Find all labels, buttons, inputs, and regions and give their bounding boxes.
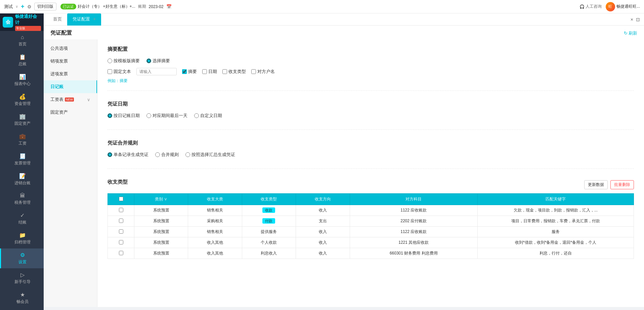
radio-aggregate[interactable]: 按照选择汇总生成凭证 <box>185 152 235 158</box>
row-checkbox-cell <box>108 216 134 227</box>
checkbox-summary[interactable]: 摘要 <box>182 69 197 75</box>
row-checkbox-0[interactable] <box>119 208 123 212</box>
table-row: 系统预置 收入其他 个人收款 收入 1221 其他应收款 收到*借款，收到*备用… <box>108 237 634 248</box>
sidebar-item-tax[interactable]: 🏛 税务管理 <box>0 189 44 209</box>
custom-date-radio[interactable] <box>194 113 199 118</box>
row-type: 付款 <box>242 216 296 227</box>
headset-icon: 🎧 <box>579 4 585 9</box>
checkbox-income-type[interactable]: 收支类型 <box>222 69 246 75</box>
summary-radio-group: 按模板版摘要 选择摘要 <box>108 58 634 64</box>
row-direction: 收入 <box>296 227 350 237</box>
sidebar-item-label: 发票管理 <box>14 160 31 166</box>
sidebar-item-member[interactable]: ★ 畅会员 <box>0 288 44 308</box>
checkbox-date[interactable]: 日期 <box>202 69 217 75</box>
refresh-button[interactable]: ↻ 刷新 <box>624 30 637 36</box>
batch-delete-button[interactable]: 批量删除 <box>610 180 634 189</box>
switch-version-button[interactable]: 切到旧版 <box>34 3 56 10</box>
update-data-button[interactable]: 更新数据 <box>584 180 608 189</box>
col-major: 收支大类 <box>188 194 242 205</box>
row-direction: 收入 <box>296 237 350 248</box>
gear-icon[interactable]: ⚙ <box>27 4 32 9</box>
config-menu-public[interactable]: 公共选项 <box>44 42 97 55</box>
merge-rule-radio[interactable] <box>155 152 160 157</box>
col-category[interactable]: 类别 ∨ <box>134 194 188 205</box>
reset-badge[interactable]: 付款 <box>262 218 275 224</box>
row-major: 销售相关 <box>188 205 242 216</box>
page-title: 凭证配置 <box>50 30 72 37</box>
date-checkbox[interactable] <box>202 69 207 74</box>
sidebar-item-settings[interactable]: ⚙ 设置 <box>0 248 44 268</box>
config-menu-sales-invoice[interactable]: 销项发票 <box>44 55 97 68</box>
config-menu-fixed-assets[interactable]: 固定资产 <box>44 106 97 119</box>
summary-checkbox[interactable] <box>182 69 187 74</box>
row-checkbox-cell <box>108 248 134 259</box>
dropdown-arrow[interactable]: ∨ <box>15 4 18 9</box>
counterparty-checkbox[interactable] <box>251 69 256 74</box>
radio-template-summary[interactable]: 按模板版摘要 <box>108 58 140 64</box>
fixed-text-input[interactable] <box>136 68 177 75</box>
add-icon[interactable]: + <box>21 3 25 10</box>
checkbox-fixed-text[interactable]: 固定文本 <box>108 69 131 75</box>
row-checkbox-2[interactable] <box>119 229 123 234</box>
expand-arrow-icon[interactable]: ∨ <box>87 97 90 102</box>
income-type-checkbox[interactable] <box>222 69 227 74</box>
table-row: 系统预置 销售相关 提供服务 收入 1122 应收账款 服务 <box>108 227 634 237</box>
row-account: 1221 其他应收款 <box>350 237 478 248</box>
sidebar-item-reports[interactable]: 📊 报表中心 <box>0 70 44 90</box>
merge-rules-section: 凭证合并规则 单条记录生成凭证 合并规则 <box>108 140 634 169</box>
row-checkbox-4[interactable] <box>119 251 123 255</box>
radio-template-input[interactable] <box>108 59 112 63</box>
sidebar-item-home[interactable]: ⌂ 首页 <box>0 31 44 50</box>
row-keywords: 收到*借款，收到*备用金，退回*备用金，个人 <box>478 237 634 248</box>
reports-icon: 📊 <box>19 74 26 80</box>
single-record-radio[interactable] <box>108 152 112 157</box>
sidebar-item-ledger[interactable]: 📋 总账 <box>0 50 44 70</box>
radio-select-input[interactable] <box>146 59 151 63</box>
summary-section-title: 摘要配置 <box>108 46 634 52</box>
radio-select-summary[interactable]: 选择摘要 <box>146 58 170 64</box>
maximize-tab-button[interactable]: ⊡ <box>636 17 640 22</box>
select-all-checkbox[interactable] <box>119 197 123 201</box>
row-direction: 支出 <box>296 216 350 227</box>
tab-home[interactable]: 首页 <box>48 13 67 26</box>
table-header-row: 收支类型 更新数据 批量删除 <box>108 179 634 191</box>
app-logo: 会 畅捷通好会计 专业版 <box>0 13 44 31</box>
config-menu-journal[interactable]: 日记账 <box>44 80 97 93</box>
row-account: 1122 应收账款 <box>350 205 478 216</box>
sidebar-item-closing[interactable]: ✓ 结账 <box>0 209 44 229</box>
sidebar-item-assets[interactable]: 🏢 固定资产 <box>0 110 44 130</box>
table-header: 类别 ∨ 收支大类 收支类型 收支方向 对方科目 匹配关键字 <box>108 194 634 205</box>
service-button[interactable]: 🎧 人工咨询 <box>579 4 602 9</box>
radio-journal-date[interactable]: 按日记账日期 <box>108 113 140 119</box>
journal-date-radio[interactable] <box>108 113 112 118</box>
badges: 已认证 好会计（专） +好生意（标）+... <box>60 4 135 9</box>
row-keywords: 利息，行付，还自 <box>478 248 634 259</box>
tab-voucher-config[interactable]: 凭证配置 × <box>67 13 101 26</box>
sidebar-item-funds[interactable]: 💰 资金管理 <box>0 90 44 110</box>
row-checkbox-3[interactable] <box>119 240 123 244</box>
close-tab-button[interactable]: × <box>631 17 633 22</box>
aggregate-radio[interactable] <box>185 152 190 157</box>
radio-custom-date[interactable]: 自定义日期 <box>194 113 222 119</box>
fixed-text-checkbox[interactable] <box>108 69 112 74</box>
sidebar-item-purchase-sales[interactable]: 📝 进销台账 <box>0 169 44 189</box>
sidebar-item-archive[interactable]: 📁 归档管理 <box>0 229 44 248</box>
radio-period-last-day[interactable]: 对应期间最后一天 <box>146 113 187 119</box>
row-checkbox-1[interactable] <box>119 219 123 223</box>
radio-merge-rule[interactable]: 合并规则 <box>155 152 179 158</box>
sidebar-item-payroll[interactable]: 💼 工资 <box>0 130 44 150</box>
calendar-icon[interactable]: 📅 <box>166 4 172 9</box>
period-last-day-radio[interactable] <box>146 113 151 118</box>
tab-close-icon[interactable]: × <box>93 17 96 22</box>
top-nav-right: 🎧 人工咨询 旺 畅捷通旺旺... <box>579 2 640 11</box>
content-area: 凭证配置 ↻ 刷新 公共选项 销项发票 进项发票 <box>44 26 644 310</box>
config-menu-purchase-invoice[interactable]: 进项发票 <box>44 68 97 80</box>
sidebar-item-guide[interactable]: ▷ 新手引导 <box>0 268 44 288</box>
radio-single-record[interactable]: 单条记录生成凭证 <box>108 152 148 158</box>
sidebar-item-invoices[interactable]: 🧾 发票管理 <box>0 150 44 169</box>
reset-badge[interactable]: 收款 <box>262 207 275 213</box>
config-menu-payroll-table[interactable]: 工资表 NEW ∨ <box>44 93 97 106</box>
guide-icon: ▷ <box>20 272 25 278</box>
user-menu[interactable]: 旺 畅捷通旺旺... <box>606 2 640 11</box>
checkbox-counterparty[interactable]: 对方户名 <box>251 69 275 75</box>
